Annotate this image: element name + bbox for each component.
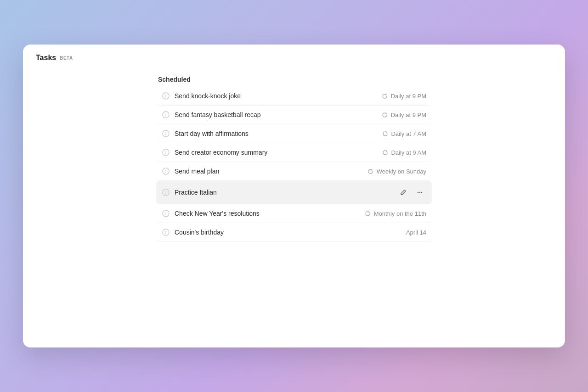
task-name: Start day with affirmations [175,130,249,137]
task-left: Send fantasy basketball recap [162,111,261,119]
svg-point-20 [421,192,422,193]
svg-point-3 [163,112,169,118]
task-right: Daily at 9 AM [382,149,426,156]
task-status-icon [162,129,170,138]
task-left: Practice Italian [162,188,217,196]
task-right: Daily at 9 PM [382,93,426,100]
task-item[interactable]: Check New Year's resolutions Monthly on … [156,204,432,223]
svg-rect-2 [165,96,166,98]
task-schedule: Daily at 9 PM [391,112,426,118]
task-schedule: Daily at 9 AM [391,149,426,156]
svg-point-7 [165,133,166,134]
svg-point-18 [418,192,418,193]
app-title: Tasks [36,54,56,62]
recur-icon [365,210,371,217]
task-right: Weekly on Sunday [368,168,426,175]
svg-point-13 [165,170,166,171]
task-name: Check New Year's resolutions [175,210,260,217]
svg-rect-17 [165,193,166,194]
svg-point-22 [165,213,166,213]
task-item[interactable]: Send knock-knock joke Daily at 9 PM [156,87,432,106]
task-schedule: Daily at 9 PM [391,93,426,100]
app-window: Tasks BETA Scheduled Send knock-knock jo… [23,45,565,347]
task-status-icon [162,167,170,175]
svg-point-6 [163,130,169,137]
edit-button[interactable] [397,186,410,199]
task-right: Daily at 7 AM [382,130,426,137]
svg-rect-14 [165,172,166,173]
svg-point-25 [165,231,166,232]
svg-point-19 [419,192,420,193]
task-name: Practice Italian [175,189,217,196]
svg-rect-26 [165,233,166,234]
svg-point-12 [163,168,169,174]
task-item[interactable]: Send meal plan Weekly on Sunday [156,162,432,181]
task-status-icon [162,228,170,236]
svg-point-24 [163,229,169,235]
task-left: Check New Year's resolutions [162,209,260,218]
task-schedule: Daily at 7 AM [391,130,426,137]
task-status-icon [162,111,170,119]
task-right: Daily at 9 PM [382,112,426,118]
task-schedule: Monthly on the 11th [374,210,426,217]
svg-rect-23 [165,214,166,215]
svg-point-15 [163,189,169,196]
task-right: April 14 [406,229,426,236]
recur-icon [382,130,388,137]
task-name: Cousin's birthday [175,229,224,236]
task-item[interactable]: Send fantasy basketball recap Daily at 9… [156,106,432,124]
recur-icon [382,149,388,156]
task-left: Start day with affirmations [162,129,249,138]
svg-point-16 [165,191,166,192]
task-name: Send knock-knock joke [175,92,241,100]
svg-point-1 [165,95,166,96]
task-name: Send creator economy summary [175,149,267,156]
content-area: Scheduled Send knock-knock joke Daily at… [156,67,432,251]
task-item[interactable]: Send creator economy summary Daily at 9 … [156,143,432,162]
task-date: April 14 [406,229,426,236]
task-left: Send knock-knock joke [162,92,241,100]
section-title: Scheduled [156,76,432,83]
beta-badge: BETA [60,56,73,61]
task-right [397,186,426,199]
task-status-icon [162,209,170,218]
recur-icon [368,168,374,174]
svg-point-0 [163,93,169,99]
more-button[interactable] [413,186,426,199]
recur-icon [382,93,388,99]
task-list: Send knock-knock joke Daily at 9 PM Send… [156,87,432,242]
svg-point-21 [163,210,169,217]
svg-rect-8 [165,134,166,135]
svg-point-10 [165,151,166,152]
task-left: Cousin's birthday [162,228,224,236]
svg-point-4 [165,114,166,115]
svg-point-9 [163,149,169,156]
task-name: Send meal plan [175,168,219,175]
task-schedule: Weekly on Sunday [377,168,426,175]
task-left: Send creator economy summary [162,148,267,157]
task-left: Send meal plan [162,167,219,175]
task-right: Monthly on the 11th [365,210,426,217]
window-header: Tasks BETA [23,45,565,67]
task-status-icon [162,188,170,196]
task-status-icon [162,148,170,157]
task-item[interactable]: Cousin's birthdayApril 14 [156,223,432,242]
task-item[interactable]: Start day with affirmations Daily at 7 A… [156,124,432,143]
task-item[interactable]: Practice Italian [156,181,432,204]
task-actions [397,186,426,199]
svg-rect-5 [165,115,166,117]
recur-icon [382,112,388,118]
task-status-icon [162,92,170,100]
task-name: Send fantasy basketball recap [175,111,261,118]
svg-rect-11 [165,153,166,154]
